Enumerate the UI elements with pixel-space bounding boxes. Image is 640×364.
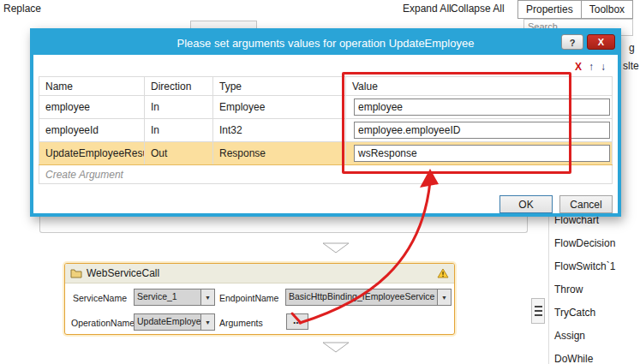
toolbox-item-dowhile[interactable]: DoWhile	[554, 348, 615, 364]
toolbox-item-flowswitch[interactable]: FlowSwitch`1	[554, 255, 615, 278]
chevron-down-icon[interactable]: ▼	[437, 289, 451, 305]
column-header-name: Name	[39, 77, 145, 96]
expand-all-button[interactable]: Expand All	[403, 3, 452, 15]
replace-button[interactable]: Replace	[3, 3, 41, 15]
warning-icon	[437, 268, 449, 278]
chevron-down-icon[interactable]: ▼	[200, 314, 214, 330]
argument-name: employee	[39, 96, 145, 119]
operationname-dropdown[interactable]: UpdateEmployee ▼	[134, 313, 215, 331]
tab-properties[interactable]: Properties	[517, 0, 582, 19]
activity-header: WebServiceCall	[65, 264, 454, 283]
argument-direction: In	[145, 96, 213, 119]
close-button[interactable]: X	[587, 34, 615, 50]
argument-direction: In	[145, 119, 213, 142]
clipped-list-item[interactable]: g	[629, 42, 635, 54]
operationname-label: OperationName	[71, 318, 135, 328]
argument-type: Response	[213, 142, 346, 165]
splitter-grip[interactable]	[531, 298, 545, 324]
tab-toolbox[interactable]: Toolbox	[581, 0, 633, 19]
move-up-icon[interactable]: ↑	[589, 61, 594, 73]
activity-title: WebServiceCall	[87, 267, 159, 279]
collapse-all-button[interactable]: Collapse All	[451, 3, 505, 15]
arguments-ellipsis-button[interactable]: ...	[286, 313, 308, 330]
flow-connector-arrow-icon	[322, 342, 350, 353]
webservicecall-activity[interactable]: WebServiceCall ServiceName Service_1 ▼ E…	[64, 263, 455, 335]
argument-toolbar: X ↑ ↓	[575, 61, 606, 73]
arguments-label: Arguments	[219, 318, 263, 328]
workflow-designer-screen: Replace Expand All Collapse All Properti…	[0, 0, 640, 364]
chevron-down-icon[interactable]: ▼	[200, 289, 214, 305]
toolbox-item-trycatch[interactable]: TryCatch	[554, 301, 615, 325]
column-header-type: Type	[213, 77, 346, 96]
servicename-label: ServiceName	[73, 293, 127, 303]
right-panel-tabs: Properties Toolbox	[517, 0, 633, 19]
toolbox-item-assign[interactable]: Assign	[554, 325, 615, 348]
argument-name: UpdateEmployeeResult	[39, 142, 145, 165]
annotation-highlight-rectangle	[342, 72, 571, 174]
ok-button[interactable]: OK	[499, 195, 553, 213]
argument-direction: Out	[145, 142, 213, 165]
column-header-direction: Direction	[145, 77, 213, 96]
delete-argument-icon[interactable]: X	[575, 61, 582, 73]
servicename-dropdown[interactable]: Service_1 ▼	[134, 289, 215, 306]
flow-connector-arrow-icon	[322, 242, 350, 254]
webservicecall-icon	[70, 268, 82, 278]
endpointname-label: EndpointName	[219, 293, 278, 303]
toolbox-item-throw[interactable]: Throw	[554, 278, 615, 301]
cancel-button[interactable]: Cancel	[559, 195, 613, 213]
toolbox-item-flowdecision[interactable]: FlowDecision	[554, 232, 615, 255]
dialog-title: Please set arguments values for operatio…	[33, 32, 618, 55]
argument-name: employeeId	[39, 119, 145, 142]
help-button[interactable]: ?	[561, 34, 583, 50]
argument-type: Employee	[213, 96, 346, 119]
clipped-list-item[interactable]: slte	[623, 60, 639, 72]
toolbox-list: Flowchart FlowDecision FlowSwitch`1 Thro…	[554, 209, 615, 364]
endpointname-dropdown[interactable]: BasicHttpBinding_IEmployeeService ▼	[285, 289, 452, 306]
argument-type: Int32	[213, 119, 346, 142]
move-down-icon[interactable]: ↓	[601, 61, 606, 73]
